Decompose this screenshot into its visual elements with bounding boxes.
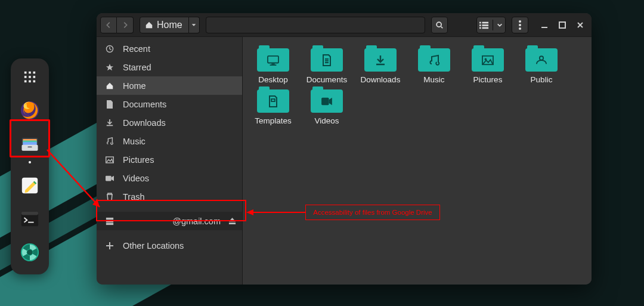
- svg-point-30: [519, 24, 521, 26]
- video-icon: [105, 174, 114, 183]
- folder-label: Templates: [255, 116, 292, 125]
- folder-item[interactable]: Videos: [302, 86, 351, 125]
- image-icon: [105, 155, 114, 165]
- sidebar-item-pictures[interactable]: Pictures: [97, 150, 242, 169]
- svg-rect-40: [268, 55, 278, 63]
- path-bar[interactable]: Home: [140, 17, 189, 33]
- sidebar-item-music[interactable]: Music: [97, 132, 242, 150]
- hamburger-button[interactable]: [512, 17, 528, 33]
- minimize-icon: [541, 21, 548, 29]
- folder-icon: [257, 86, 289, 113]
- view-switcher[interactable]: [476, 17, 506, 33]
- dock-item-apps[interactable]: [18, 66, 41, 88]
- svg-rect-0: [24, 72, 27, 74]
- sidebar-item-label: Other Locations: [123, 241, 184, 251]
- sidebar-item-label: Starred: [123, 63, 151, 72]
- minimize-button[interactable]: [537, 17, 552, 33]
- sidebar-item-label: Documents: [123, 100, 166, 109]
- dock-item-editor[interactable]: [18, 174, 41, 197]
- svg-rect-26: [482, 24, 488, 26]
- folder-icon: [311, 86, 343, 113]
- folder-icon: [364, 45, 397, 72]
- arrow-left-icon: [104, 21, 113, 29]
- svg-rect-38: [106, 220, 113, 222]
- folder-label: Pictures: [473, 75, 503, 84]
- sidebar-item-starred[interactable]: Starred: [97, 58, 242, 76]
- sidebar-item-trash[interactable]: Trash: [97, 187, 242, 206]
- sidebar-item-recent[interactable]: Recent: [97, 39, 242, 58]
- sidebar-item-other-locations[interactable]: Other Locations: [97, 236, 242, 255]
- files-window: Home: [97, 13, 592, 285]
- svg-rect-36: [106, 175, 112, 181]
- svg-point-45: [540, 56, 543, 60]
- folder-icon: [257, 45, 289, 72]
- sidebar: Recent Starred Home Documents Downloads …: [97, 37, 243, 285]
- folder-label: Public: [531, 75, 553, 84]
- sidebar-item-label: Recent: [123, 44, 150, 54]
- folder-item[interactable]: Desktop: [249, 45, 298, 84]
- search-button[interactable]: [431, 17, 448, 33]
- folder-icon: [525, 45, 558, 72]
- svg-rect-3: [24, 76, 27, 78]
- folder-item[interactable]: Documents: [302, 45, 351, 84]
- chevron-down-icon: [497, 22, 503, 28]
- forward-button[interactable]: [117, 17, 134, 33]
- folder-item[interactable]: Music: [410, 45, 459, 84]
- back-button[interactable]: [100, 17, 117, 33]
- maximize-button[interactable]: [555, 17, 570, 33]
- svg-rect-5: [33, 76, 36, 78]
- sidebar-item-home[interactable]: Home: [97, 76, 242, 95]
- folder-icon: [418, 45, 450, 72]
- svg-point-31: [519, 27, 521, 30]
- dock: [11, 58, 49, 274]
- caret-down-icon: [191, 22, 197, 28]
- close-button[interactable]: [572, 17, 588, 33]
- dock-item-screenshot[interactable]: [18, 241, 41, 264]
- titlebar: Home: [97, 13, 592, 37]
- svg-rect-19: [28, 222, 33, 223]
- sidebar-item-label: @gmail.com: [123, 217, 234, 226]
- svg-rect-41: [271, 63, 274, 64]
- sidebar-item-videos[interactable]: Videos: [97, 169, 242, 187]
- eject-icon: [228, 217, 236, 225]
- sidebar-item-label: Downloads: [123, 118, 166, 128]
- document-icon: [105, 100, 114, 109]
- firefox-icon: [20, 100, 40, 120]
- svg-rect-46: [271, 99, 275, 101]
- svg-rect-24: [482, 21, 488, 23]
- sidebar-item-documents[interactable]: Documents: [97, 95, 242, 113]
- sidebar-item-label: Home: [123, 81, 146, 91]
- svg-rect-25: [479, 24, 481, 26]
- svg-rect-15: [27, 147, 32, 148]
- folder-item[interactable]: Templates: [249, 86, 298, 125]
- folder-item[interactable]: Pictures: [463, 45, 512, 84]
- apps-grid-icon: [23, 70, 36, 84]
- home-icon: [105, 81, 114, 91]
- sidebar-item-label: Trash: [123, 192, 145, 202]
- svg-rect-14: [22, 145, 38, 151]
- dock-item-firefox[interactable]: [18, 99, 41, 122]
- screenshot-icon: [20, 242, 40, 262]
- svg-rect-42: [270, 64, 277, 66]
- svg-rect-27: [479, 27, 481, 29]
- sidebar-item-label: Pictures: [123, 155, 154, 165]
- folder-item[interactable]: Downloads: [356, 45, 405, 84]
- eject-button[interactable]: [228, 217, 236, 225]
- svg-rect-39: [106, 222, 113, 225]
- sidebar-item-gdrive-mount[interactable]: @gmail.com: [97, 212, 242, 230]
- dock-item-terminal[interactable]: [18, 208, 41, 230]
- folder-icon: [472, 45, 504, 72]
- dock-item-files[interactable]: [18, 132, 41, 155]
- path-menu-button[interactable]: [189, 17, 200, 33]
- sidebar-item-downloads[interactable]: Downloads: [97, 113, 242, 132]
- svg-point-29: [519, 20, 521, 23]
- content-area[interactable]: DesktopDocumentsDownloadsMusicPicturesPu…: [243, 37, 592, 285]
- location-entry[interactable]: [206, 17, 425, 33]
- folder-item[interactable]: Public: [517, 45, 566, 84]
- sidebar-item-label: Music: [123, 137, 145, 146]
- music-icon: [105, 137, 114, 146]
- svg-rect-2: [33, 72, 36, 74]
- svg-point-21: [27, 249, 32, 255]
- arrow-right-icon: [121, 21, 129, 29]
- svg-rect-37: [106, 217, 113, 220]
